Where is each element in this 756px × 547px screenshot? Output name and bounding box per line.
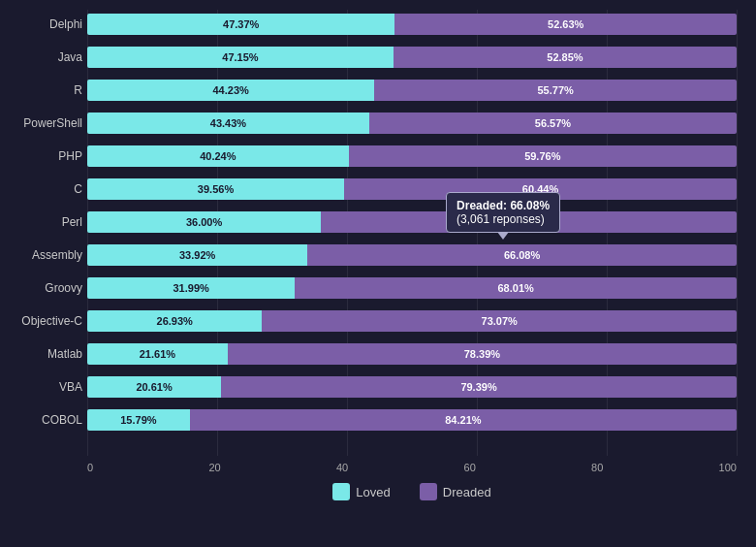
- bar-dreaded: 79.39%: [221, 376, 737, 398]
- bar-dreaded: 78.39%: [228, 343, 737, 365]
- x-tick: 0: [87, 462, 93, 473]
- bars-wrapper: 39.56%60.44%: [87, 178, 737, 200]
- bar-label: Assembly: [5, 248, 82, 262]
- bars-wrapper: 43.43%56.57%: [87, 113, 737, 134]
- bar-dreaded: 60.44%: [344, 178, 737, 200]
- bar-label: Perl: [5, 215, 82, 229]
- bar-label: VBA: [5, 380, 82, 394]
- bar-loved: 21.61%: [87, 343, 228, 365]
- bar-row: Assembly33.92%66.08%: [87, 241, 737, 270]
- bar-row: Matlab21.61%78.39%: [87, 339, 737, 369]
- bars-wrapper: 21.61%78.39%: [87, 343, 737, 365]
- legend-loved: Loved: [332, 483, 390, 500]
- bar-loved: 47.37%: [87, 14, 394, 35]
- bars-wrapper: 26.93%73.07%: [87, 310, 737, 332]
- bars-wrapper: 40.24%59.76%: [87, 145, 737, 167]
- bar-label: Groovy: [5, 281, 82, 295]
- bar-row: PHP40.24%59.76%: [87, 142, 737, 171]
- bar-label: Java: [5, 50, 82, 64]
- bars-wrapper: 47.37%52.63%: [87, 14, 737, 35]
- bar-loved: 47.15%: [87, 47, 394, 68]
- bar-loved: 36.00%: [87, 211, 321, 233]
- bar-label: Matlab: [5, 347, 82, 361]
- bar-loved: 31.99%: [87, 277, 295, 299]
- x-axis: 020406080100: [87, 456, 737, 473]
- bar-row: Java47.15%52.85%: [87, 43, 737, 72]
- legend-dreaded-label: Dreaded: [443, 485, 491, 499]
- bar-loved: 43.43%: [87, 113, 369, 134]
- bars-wrapper: 31.99%68.01%: [87, 277, 737, 299]
- bar-loved: 20.61%: [87, 376, 221, 398]
- x-tick: 100: [719, 462, 737, 473]
- grid-line: [737, 10, 738, 456]
- bar-row: PowerShell43.43%56.57%: [87, 109, 737, 138]
- bar-row: R44.23%55.77%: [87, 76, 737, 105]
- bar-dreaded: 56.57%: [369, 113, 737, 134]
- bar-row: Groovy31.99%68.01%: [87, 274, 737, 303]
- legend-loved-label: Loved: [356, 485, 390, 499]
- x-tick: 40: [336, 462, 348, 473]
- x-tick: 60: [464, 462, 476, 473]
- legend: Loved Dreaded: [87, 483, 737, 500]
- bar-row: Perl36.00%64.00%: [87, 208, 737, 237]
- bars-wrapper: 47.15%52.85%: [87, 47, 737, 68]
- bar-label: C: [5, 182, 82, 196]
- bars-wrapper: 44.23%55.77%: [87, 80, 737, 101]
- bar-row: VBA20.61%79.39%: [87, 372, 737, 402]
- bar-row: Delphi47.37%52.63%: [87, 10, 737, 39]
- bar-label: Delphi: [5, 17, 82, 31]
- bars-wrapper: 36.00%64.00%: [87, 211, 737, 233]
- bar-row: Objective-C26.93%73.07%: [87, 306, 737, 336]
- bar-row: COBOL15.79%84.21%: [87, 405, 737, 434]
- legend-dreaded: Dreaded: [420, 483, 491, 500]
- bar-dreaded: 73.07%: [262, 310, 737, 332]
- x-tick: 80: [591, 462, 603, 473]
- bar-label: COBOL: [5, 413, 82, 427]
- bar-dreaded: 59.76%: [349, 145, 737, 167]
- bar-dreaded: 68.01%: [295, 277, 737, 299]
- bar-loved: 40.24%: [87, 145, 349, 167]
- bar-dreaded: 55.77%: [374, 80, 737, 101]
- chart-area: Delphi47.37%52.63%Java47.15%52.85%R44.23…: [87, 10, 737, 456]
- bars-wrapper: 15.79%84.21%: [87, 409, 737, 431]
- bar-loved: 39.56%: [87, 178, 344, 200]
- bar-label: PHP: [5, 149, 82, 163]
- bar-dreaded: 52.63%: [394, 14, 737, 35]
- bar-loved: 33.92%: [87, 244, 307, 266]
- x-tick: 20: [208, 462, 220, 473]
- bar-loved: 26.93%: [87, 310, 262, 332]
- bar-dreaded: 52.85%: [394, 47, 737, 68]
- bar-label: Objective-C: [5, 314, 82, 328]
- bar-label: PowerShell: [5, 116, 82, 130]
- legend-loved-color: [332, 483, 350, 500]
- chart-container: Delphi47.37%52.63%Java47.15%52.85%R44.23…: [0, 0, 756, 547]
- bar-loved: 44.23%: [87, 80, 374, 101]
- bar-loved: 15.79%: [87, 409, 190, 431]
- bar-dreaded: 84.21%: [190, 409, 737, 431]
- bars-wrapper: 20.61%79.39%: [87, 376, 737, 398]
- bar-dreaded: 66.08%: [307, 244, 737, 266]
- legend-dreaded-color: [420, 483, 437, 500]
- bar-dreaded: 64.00%: [321, 211, 737, 233]
- bar-row: C39.56%60.44%: [87, 175, 737, 204]
- bars-wrapper: 33.92%66.08%: [87, 244, 737, 266]
- bar-label: R: [5, 83, 82, 97]
